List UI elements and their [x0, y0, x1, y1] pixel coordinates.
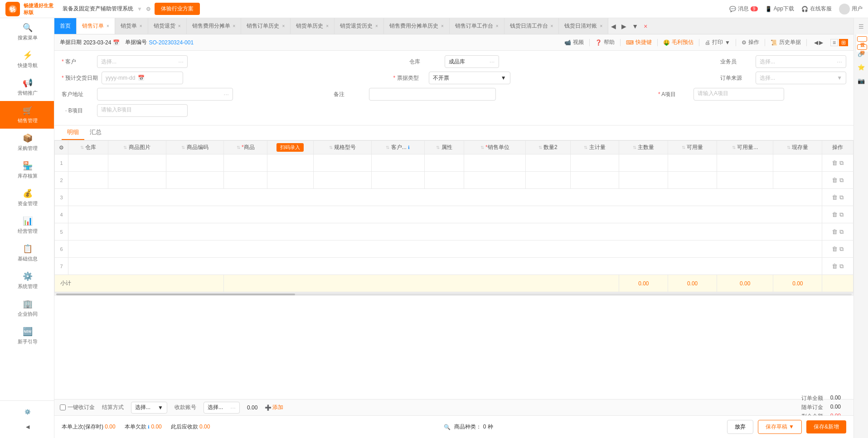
payment-method-select[interactable]: 选择... ▼ — [131, 402, 167, 414]
warehouse-select[interactable]: 成品库 ··· — [445, 55, 499, 68]
delivery-date-input[interactable]: yyyy-mm-dd 📅 — [102, 72, 183, 84]
user-btn[interactable]: 用户 — [839, 4, 863, 14]
tab-sales-order-close[interactable]: × — [107, 24, 109, 29]
tab-sales-return-close[interactable]: × — [140, 24, 142, 29]
row-1-attribute[interactable] — [424, 154, 464, 172]
tab-receivable-reconcile-close[interactable]: × — [600, 24, 602, 29]
app-download-btn[interactable]: 📱 App下载 — [765, 5, 794, 13]
sidebar-item-search[interactable]: 🔍 搜索菜单 — [0, 18, 54, 46]
col-code[interactable]: ⇅ 商品编码 — [166, 141, 224, 154]
col-stock[interactable]: ⇅ 现存量 — [773, 141, 822, 154]
col-available2[interactable]: ⇅ 可用量... — [717, 141, 773, 154]
row-1-delete-btn[interactable]: 🗑 — [832, 159, 838, 167]
row-2-copy-btn[interactable]: ⧉ — [839, 177, 844, 184]
row-6-copy-btn[interactable]: ⧉ — [839, 245, 844, 253]
sidebar-item-quick[interactable]: ⚡ 快捷导航 — [0, 46, 54, 73]
grid-view-btn[interactable]: ⊞ — [839, 39, 848, 46]
warehouse-dots-icon[interactable]: ··· — [490, 58, 495, 65]
sidebar-item-inventory[interactable]: 🏪 库存核算 — [0, 156, 54, 184]
receipt-account-select[interactable]: 选择... ··· — [204, 402, 240, 414]
row-1-warehouse[interactable] — [68, 154, 108, 172]
sidebar-item-sales[interactable]: 🛒 销售管理 — [0, 101, 54, 129]
discard-button[interactable]: 放弃 — [727, 420, 753, 434]
sidebar-item-marketing[interactable]: 📢 营销推广 — [0, 73, 54, 101]
row-1-spec[interactable] — [314, 154, 372, 172]
row-2-stock[interactable] — [773, 172, 822, 189]
tab-return-history-close[interactable]: × — [326, 24, 329, 29]
operation-btn[interactable]: ⚙ 操作 — [742, 39, 759, 46]
sidebar-item-guide[interactable]: 🆕 新手引导 — [0, 322, 54, 350]
scan-btn[interactable]: 扫码录入 — [276, 143, 304, 152]
row-5-delete-btn[interactable]: 🗑 — [832, 228, 838, 236]
receipt-account-dots[interactable]: ··· — [230, 404, 236, 411]
sidebar-collapse-btn[interactable]: ◀ — [0, 419, 54, 434]
col-qty2[interactable]: ⇅ 数量2 — [525, 141, 570, 154]
row-4-copy-btn[interactable]: ⧉ — [839, 211, 844, 218]
tab-expense-split-close[interactable]: × — [233, 24, 236, 29]
tab-menu-btn[interactable]: ▼ — [629, 18, 641, 34]
scrollbar-thumb[interactable] — [56, 294, 295, 295]
tab-home[interactable]: 首页 — [54, 18, 77, 34]
print-btn[interactable]: 🖨 打印 ▼ — [705, 39, 730, 46]
trial-button[interactable]: 体验行业方案 — [155, 3, 200, 15]
col-sales-unit[interactable]: ⇅ *销售单位 — [464, 141, 526, 154]
col-main-unit[interactable]: ⇅ 主计量 — [570, 141, 619, 154]
calendar-icon[interactable]: 📅 — [113, 39, 120, 46]
row-6-delete-btn[interactable]: 🗑 — [832, 245, 838, 253]
col-spec[interactable]: ⇅ 规格型号 — [314, 141, 372, 154]
tab-sales-refund-close[interactable]: × — [178, 24, 181, 29]
address-dots-icon[interactable]: ··· — [223, 91, 229, 98]
prev-record-btn[interactable]: ◀ — [814, 39, 818, 46]
sidebar-item-base[interactable]: 📋 基础信息 — [0, 239, 54, 267]
shortcut-btn[interactable]: ⌨ 快捷键 — [626, 39, 652, 46]
tab-order-history[interactable]: 销售订单历史 × — [241, 18, 291, 34]
col-warehouse[interactable]: ⇅ 仓库 — [68, 141, 108, 154]
row-2-image[interactable] — [108, 172, 166, 189]
tab-expense-split[interactable]: 销售费用分摊单 × — [187, 18, 242, 34]
row-2-sales-unit[interactable] — [464, 172, 526, 189]
row-4-delete-btn[interactable]: 🗑 — [832, 211, 838, 218]
row-1-qty2[interactable] — [525, 154, 570, 172]
tab-return-history[interactable]: 销货单历史 × — [291, 18, 335, 34]
row-2-qty2[interactable] — [525, 172, 570, 189]
customer-select[interactable]: 选择... ··· — [97, 55, 188, 68]
col-main-qty[interactable]: ⇅ 主数量 — [619, 141, 668, 154]
view-video-btn[interactable]: 📹 视频 — [564, 39, 584, 46]
tab-refund-history[interactable]: 销货退货历史 × — [335, 18, 384, 34]
right-icon-4[interactable]: ⭐ — [855, 61, 868, 73]
row-1-stock[interactable] — [773, 154, 822, 172]
col-customer-code[interactable]: ⇅ 客户... ℹ — [371, 141, 424, 154]
row-2-main-qty[interactable] — [619, 172, 668, 189]
row-1-main-unit[interactable] — [570, 154, 619, 172]
next-record-btn[interactable]: ▶ — [819, 39, 823, 46]
row-2-spec[interactable] — [314, 172, 372, 189]
print-dropdown-icon[interactable]: ▼ — [725, 39, 730, 46]
row-1-scan[interactable] — [267, 154, 313, 172]
row-5-copy-btn[interactable]: ⧉ — [839, 228, 844, 236]
col-scan[interactable]: 扫码录入 — [267, 141, 313, 154]
tab-sales-refund[interactable]: 销货退货 × — [148, 18, 187, 34]
profit-btn[interactable]: 🤑 毛利预估 — [663, 39, 693, 46]
tab-prev-btn[interactable]: ◀ — [608, 18, 619, 34]
tab-sales-return[interactable]: 销货单 × — [115, 18, 148, 34]
row-1-copy-btn[interactable]: ⧉ — [839, 159, 844, 167]
sidebar-item-enterprise[interactable]: 🏢 企业协同 — [0, 294, 54, 322]
row-1-customer-code[interactable] — [371, 154, 424, 172]
col-attribute[interactable]: ⇅ 属性 — [424, 141, 464, 154]
row-1-product[interactable] — [224, 154, 267, 172]
col-image[interactable]: ⇅ 商品图片 — [108, 141, 166, 154]
sub-tab-detail[interactable]: 明细 — [62, 125, 84, 140]
address-input[interactable]: ··· — [97, 88, 233, 101]
row-1-available2[interactable] — [717, 154, 773, 172]
a-project-input[interactable]: 请输入A项目 — [693, 88, 784, 101]
customer-dots-icon[interactable]: ··· — [178, 58, 184, 65]
row-2-customer-code[interactable] — [371, 172, 424, 189]
history-btn[interactable]: 📜 历史单据 — [771, 39, 801, 46]
list-view-btn[interactable]: ≡ — [830, 39, 838, 46]
row-2-product[interactable] — [224, 172, 267, 189]
order-source-select[interactable]: 选择... ▼ — [756, 72, 846, 84]
tab-expense-history[interactable]: 销售费用分摊单历史 × — [384, 18, 450, 34]
right-icon-5[interactable]: 📷 — [855, 74, 868, 87]
row-1-image[interactable] — [108, 154, 166, 172]
row-3-copy-btn[interactable]: ⧉ — [839, 194, 844, 201]
